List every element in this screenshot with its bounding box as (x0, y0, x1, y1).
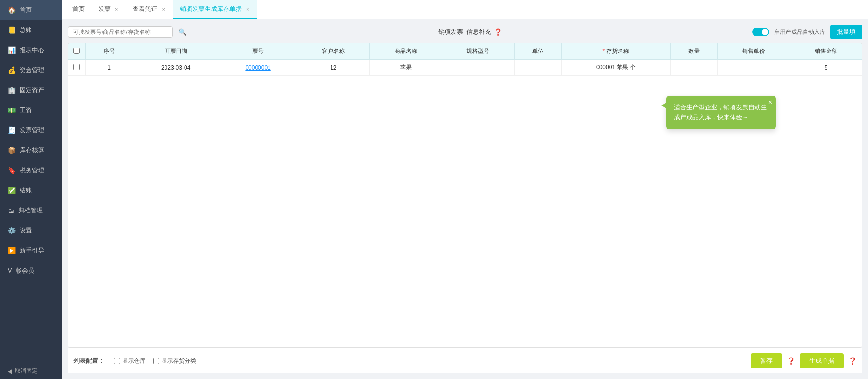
search-button[interactable]: 🔍 (176, 26, 188, 38)
sidebar-item-label: 畅会员 (16, 266, 34, 275)
generate-button[interactable]: 生成单据 (800, 353, 844, 368)
sidebar-item-close[interactable]: ✅ 结账 (0, 180, 62, 200)
save-help-icon[interactable]: ❓ (787, 357, 795, 365)
header-model: 规格型号 (442, 43, 515, 60)
info-help-icon[interactable]: ❓ (494, 28, 502, 36)
sidebar-item-archive[interactable]: 🗂 归档管理 (0, 200, 62, 221)
row-inventory: 000001 苹果 个 (561, 60, 670, 76)
save-button[interactable]: 暂存 (751, 353, 782, 368)
show-warehouse-label: 显示仓库 (123, 357, 145, 365)
header-no: 票号 (219, 43, 297, 60)
table-row: 1 2023-03-04 00000001 12 苹果 000001 苹果 个 … (68, 60, 862, 76)
sidebar-item-label: 归档管理 (18, 206, 43, 215)
sidebar-item-label: 新手引导 (20, 246, 44, 255)
funds-icon: 💰 (8, 66, 16, 74)
toggle-label: 启用产成品自动入库 (774, 28, 826, 36)
salary-icon: 💵 (8, 106, 16, 114)
table-header-row: 序号 开票日期 票号 客户名称 商品名称 规格型号 单位 * 存货名称 数量 销… (68, 43, 862, 60)
row-product: 苹果 (370, 60, 442, 76)
table-body: 1 2023-03-04 00000001 12 苹果 000001 苹果 个 … (68, 60, 862, 76)
show-category-input[interactable] (153, 358, 159, 364)
show-category-checkbox[interactable]: 显示存货分类 (153, 357, 196, 365)
tab-home-label: 首页 (72, 5, 85, 13)
tab-home[interactable]: 首页 (66, 0, 92, 19)
sidebar-item-label: 报表中心 (20, 46, 44, 54)
home-icon: 🏠 (8, 6, 16, 14)
assets-icon: 🏢 (8, 86, 16, 94)
sidebar: 🏠 首页 📒 总账 📊 报表中心 💰 资金管理 🏢 固定资产 💵 工资 🧾 发票… (0, 0, 62, 379)
tab-main-close[interactable]: × (245, 6, 250, 12)
sidebar-item-inventory[interactable]: 📦 库存核算 (0, 140, 62, 160)
info-label: 销项发票_信息补充 (438, 28, 491, 36)
tab-invoice[interactable]: 发票 × (92, 0, 126, 19)
row-no-link[interactable]: 00000001 (245, 64, 270, 71)
sidebar-item-funds[interactable]: 💰 资金管理 (0, 60, 62, 80)
sidebar-item-ledger[interactable]: 📒 总账 (0, 20, 62, 40)
sidebar-item-label: 总账 (20, 26, 32, 34)
row-unit (514, 60, 561, 76)
tooltip-text: 适合生产型企业，销项发票自动生成产成品入库，快来体验～ (674, 104, 767, 121)
header-qty: 数量 (670, 43, 717, 60)
sidebar-item-home[interactable]: 🏠 首页 (0, 0, 62, 20)
tab-invoice-label: 发票 (98, 5, 111, 13)
tab-invoice-close[interactable]: × (114, 6, 119, 12)
header-customer: 客户名称 (297, 43, 370, 60)
sidebar-item-invoice[interactable]: 🧾 发票管理 (0, 120, 62, 140)
sidebar-item-settings[interactable]: ⚙️ 设置 (0, 221, 62, 241)
row-qty (670, 60, 717, 76)
unpin-label: 取消固定 (15, 367, 38, 375)
data-table: 序号 开票日期 票号 客户名称 商品名称 规格型号 单位 * 存货名称 数量 销… (68, 43, 862, 76)
auto-storage-toggle[interactable] (752, 28, 769, 36)
unpin-button[interactable]: ◀ 取消固定 (0, 363, 62, 379)
sidebar-item-guide[interactable]: ▶️ 新手引导 (0, 241, 62, 261)
tab-voucher[interactable]: 查看凭证 × (126, 0, 173, 19)
row-date: 2023-03-04 (133, 60, 219, 76)
footer: 列表配置： 显示仓库 显示存货分类 暂存 ❓ 生成单据 ❓ (68, 348, 862, 373)
row-checkbox-cell (68, 60, 85, 76)
sidebar-item-tax[interactable]: 🔖 税务管理 (0, 160, 62, 180)
header-date: 开票日期 (133, 43, 219, 60)
row-checkbox[interactable] (73, 64, 80, 70)
row-no: 00000001 (219, 60, 297, 76)
row-customer: 12 (297, 60, 370, 76)
footer-actions: 暂存 ❓ 生成单据 ❓ (751, 353, 857, 368)
show-category-label: 显示存货分类 (162, 357, 196, 365)
select-all-checkbox[interactable] (73, 48, 80, 54)
close-acct-icon: ✅ (8, 187, 16, 194)
sidebar-item-label: 税务管理 (20, 166, 44, 175)
sidebar-item-label: 结账 (20, 186, 32, 195)
toolbar-center: 销项发票_信息补充 ❓ (438, 28, 502, 36)
settings-icon: ⚙️ (8, 227, 16, 234)
sidebar-item-label: 设置 (20, 226, 32, 235)
generate-help-icon[interactable]: ❓ (848, 357, 857, 365)
batch-fill-button[interactable]: 批量填 (830, 25, 862, 39)
sidebar-item-reports[interactable]: 📊 报表中心 (0, 40, 62, 60)
sidebar-item-label: 工资 (20, 106, 32, 115)
toolbar: 🔍 销项发票_信息补充 ❓ 启用产成品自动入库 批量填 (68, 25, 862, 39)
sidebar-item-assets[interactable]: 🏢 固定资产 (0, 80, 62, 100)
header-unit: 单位 (514, 43, 561, 60)
tabs-bar: 首页 发票 × 查看凭证 × 销项发票生成库存单据 × (62, 0, 868, 19)
sidebar-item-member[interactable]: V 畅会员 (0, 261, 62, 281)
show-warehouse-checkbox[interactable]: 显示仓库 (114, 357, 145, 365)
toolbar-right: 启用产成品自动入库 批量填 (752, 25, 862, 39)
sidebar-item-salary[interactable]: 💵 工资 (0, 100, 62, 120)
tooltip-popup: × 适合生产型企业，销项发票自动生成产成品入库，快来体验～ (666, 96, 776, 129)
show-warehouse-input[interactable] (114, 358, 120, 364)
tab-voucher-close[interactable]: × (160, 6, 166, 12)
header-inventory: * 存货名称 (561, 43, 670, 60)
search-input[interactable] (68, 26, 173, 38)
header-price: 销售单价 (717, 43, 790, 60)
tab-voucher-label: 查看凭证 (133, 5, 157, 13)
sidebar-item-label: 发票管理 (20, 126, 44, 135)
main-content: 首页 发票 × 查看凭证 × 销项发票生成库存单据 × 🔍 销项发票_信息补充 … (62, 0, 868, 379)
header-product: 商品名称 (370, 43, 442, 60)
tab-main[interactable]: 销项发票生成库存单据 × (173, 0, 257, 19)
invoice-icon: 🧾 (8, 126, 16, 134)
sidebar-item-label: 首页 (20, 6, 32, 14)
guide-icon: ▶️ (8, 247, 16, 254)
tooltip-close-button[interactable]: × (768, 99, 772, 105)
sidebar-item-label: 固定资产 (20, 86, 44, 95)
sidebar-item-label: 库存核算 (20, 146, 44, 155)
header-seq: 序号 (85, 43, 133, 60)
